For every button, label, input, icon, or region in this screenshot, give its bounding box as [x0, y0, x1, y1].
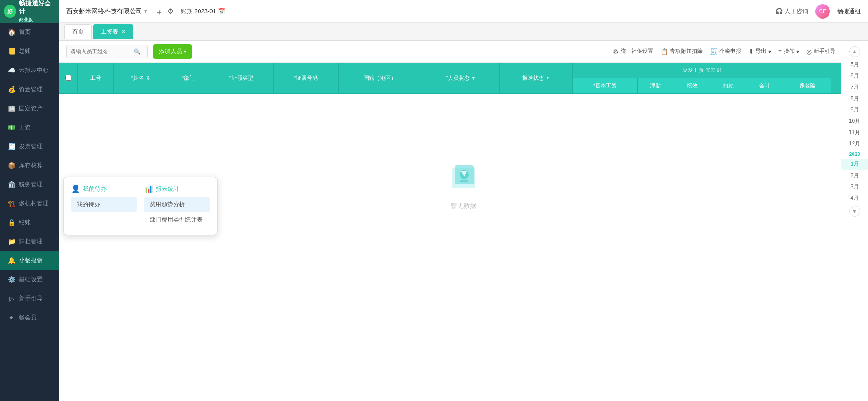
service-button[interactable]: 🎧 人工咨询: [776, 7, 808, 15]
tab-salary-table[interactable]: 工资表 ✕: [93, 24, 133, 39]
month-3[interactable]: 3月: [841, 181, 868, 193]
sidebar-label-guide: 新手引导: [19, 295, 43, 303]
service-label: 人工咨询: [785, 7, 808, 15]
operations-btn[interactable]: ≡ 操作 ▾: [778, 48, 799, 55]
settings-button[interactable]: ⚙: [167, 7, 174, 15]
user-name[interactable]: 畅捷通组: [837, 7, 861, 15]
report-item-2-label: 部门费用类型统计表: [150, 216, 203, 223]
popup-report-header: 📊 报表统计: [144, 184, 210, 193]
month-6[interactable]: 6月: [841, 70, 868, 82]
app-logo: 好 畅捷通好会计 商业版: [0, 0, 59, 23]
sidebar-item-salary[interactable]: 💵 工资: [0, 118, 59, 137]
tax-report-btn[interactable]: 🧾 个税申报: [710, 48, 741, 55]
app-name: 畅捷通好会计: [19, 0, 55, 16]
month-9[interactable]: 9月: [841, 104, 868, 116]
todo-header-icon: 👤: [71, 184, 80, 193]
sidebar-label-multiorg: 多机构管理: [19, 199, 48, 208]
month-8[interactable]: 8月: [841, 93, 868, 104]
guide-action-icon: ◎: [806, 48, 812, 55]
popup-columns: 👤 我的待办 我的待办 📊 报表统计 费用趋势分析 部门费用类型统计表: [71, 184, 210, 227]
col-allowance: 津贴: [637, 78, 674, 94]
add-person-label: 添加人员: [159, 48, 182, 56]
col-performance: 绩效: [674, 78, 710, 94]
month-5[interactable]: 5月: [841, 59, 868, 70]
month-12[interactable]: 12月: [841, 138, 868, 150]
month-10[interactable]: 10月: [841, 116, 868, 127]
sidebar-nav: 🏠 首页 📒 总账 ☁️ 云报表中心 💰 资金管理 🏢 固定资产 💵 工资 🧾 …: [0, 23, 59, 401]
popup-report-label: 报表统计: [156, 185, 179, 193]
tabs-bar: 首页 工资表 ✕: [59, 23, 868, 41]
salary-table: 工号 *姓名 ⇕ *部门 *证照类型 *证照号码 国籍（地区） *人员状态 ▼ …: [59, 63, 868, 275]
sidebar-label-cloud: 云报表中心: [19, 66, 48, 74]
popup-report-item-1[interactable]: 费用趋势分析: [144, 197, 210, 212]
sidebar-item-invoice[interactable]: 🧾 发票管理: [0, 137, 59, 156]
tab-close-icon[interactable]: ✕: [121, 28, 126, 35]
home-icon: 🏠: [7, 28, 15, 36]
topbar-right: 🎧 人工咨询 CE 畅捷通组: [776, 4, 861, 19]
tab-salary-label: 工资表: [101, 28, 118, 36]
settings-icon: ⚙️: [7, 275, 15, 284]
export-arrow: ▾: [768, 48, 771, 55]
year-label: 2023: [849, 150, 860, 159]
search-input[interactable]: [70, 48, 134, 55]
sidebar-item-tax[interactable]: 🏛️ 税务管理: [0, 175, 59, 194]
tax-icon: 🏛️: [7, 180, 15, 188]
social-security-btn[interactable]: ⚙ 统一社保设置: [613, 48, 653, 55]
popup-col-report: 📊 报表统计 费用趋势分析 部门费用类型统计表: [144, 184, 210, 227]
sidebar-item-cloud-report[interactable]: ☁️ 云报表中心: [0, 61, 59, 80]
company-dropdown-arrow[interactable]: ▾: [144, 8, 147, 14]
month-1-current[interactable]: 1月: [841, 159, 868, 170]
sidebar-item-basic[interactable]: ⚙️ 基础设置: [0, 270, 59, 289]
sidebar-item-fund[interactable]: 💰 资金管理: [0, 80, 59, 99]
month-11[interactable]: 11月: [841, 127, 868, 138]
tax-report-icon: 🧾: [710, 48, 718, 55]
archive-icon: 📁: [7, 237, 15, 246]
col-pension: 养老险: [783, 78, 831, 94]
tab-home[interactable]: 首页: [64, 24, 92, 39]
sidebar-label-closing: 结账: [19, 218, 31, 227]
empty-text: 暂无数据: [451, 202, 476, 210]
add-button[interactable]: ＋: [155, 7, 164, 16]
guide-btn[interactable]: ◎ 新手引导: [806, 48, 835, 55]
sidebar-item-fixed-asset[interactable]: 🏢 固定资产: [0, 99, 59, 118]
search-box: 🔍: [66, 45, 148, 58]
sidebar-label-member: 畅会员: [19, 314, 37, 322]
month-nav-up[interactable]: ▲: [849, 46, 860, 57]
logo-icon: 好: [4, 5, 16, 18]
sidebar-label-xiaochang: 小畅报销: [19, 256, 43, 265]
empty-illustration: [446, 159, 482, 195]
sidebar-label-inventory: 库存核算: [19, 161, 43, 169]
tax-report-label: 个税申报: [719, 48, 741, 55]
sidebar-label-fixed: 固定资产: [19, 104, 43, 112]
calendar-icon[interactable]: 📅: [218, 8, 225, 14]
sidebar-item-ledger[interactable]: 📒 总账: [0, 42, 59, 61]
sidebar-label-archive: 归档管理: [19, 237, 43, 246]
sidebar-label-salary: 工资: [19, 123, 31, 131]
sidebar-item-archive[interactable]: 📁 归档管理: [0, 232, 59, 251]
sidebar-item-inventory[interactable]: 📦 库存核算: [0, 156, 59, 175]
select-all-checkbox[interactable]: [65, 75, 71, 81]
month-2[interactable]: 2月: [841, 170, 868, 181]
deduct-icon: 📋: [660, 48, 668, 55]
sidebar-item-xiaochang[interactable]: 🔔 小畅报销: [0, 251, 59, 270]
add-person-button[interactable]: 添加人员 ▾: [153, 44, 192, 59]
export-btn[interactable]: ⬇ 导出 ▾: [748, 48, 771, 55]
sidebar-item-multi-org[interactable]: 🏗️ 多机构管理: [0, 194, 59, 213]
sidebar-item-guide[interactable]: ▷ 新手引导: [0, 289, 59, 308]
popup-todo-item[interactable]: 我的待办: [71, 197, 137, 212]
month-nav-down[interactable]: ▼: [849, 206, 860, 217]
building-icon: 🏢: [7, 104, 15, 112]
select-all-header: [59, 63, 78, 94]
todo-item-label: 我的待办: [77, 201, 100, 208]
sidebar-item-closing[interactable]: 🔒 结账: [0, 213, 59, 232]
popup-report-item-2[interactable]: 部门费用类型统计表: [144, 212, 210, 227]
sidebar-label-home: 首页: [19, 28, 31, 36]
sidebar-item-home[interactable]: 🏠 首页: [0, 23, 59, 42]
month-7[interactable]: 7月: [841, 82, 868, 93]
month-4[interactable]: 4月: [841, 193, 868, 204]
user-avatar: CE: [815, 4, 830, 19]
special-deduct-btn[interactable]: 📋 专项附加扣除: [660, 48, 703, 55]
sidebar-item-member[interactable]: ✦ 畅会员: [0, 308, 59, 327]
export-icon: ⬇: [748, 48, 754, 55]
guide-icon: ▷: [7, 295, 15, 303]
